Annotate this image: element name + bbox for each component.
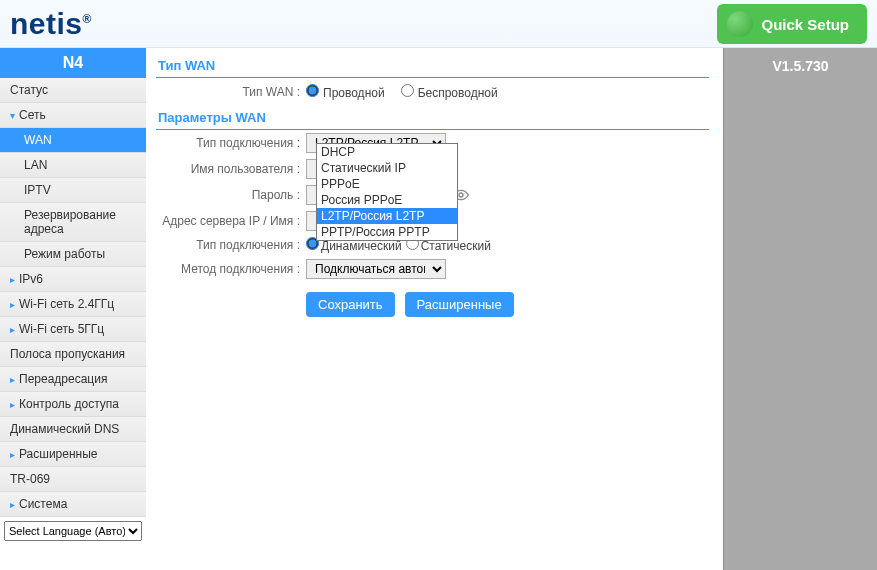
sidebar-item-6[interactable]: Режим работы xyxy=(0,242,146,267)
dropdown-option-0[interactable]: DHCP xyxy=(317,144,457,160)
dropdown-option-3[interactable]: Россия PPPoE xyxy=(317,192,457,208)
radio-wireless[interactable] xyxy=(401,84,414,97)
sidebar-item-10[interactable]: Полоса пропускания xyxy=(0,342,146,367)
sidebar-item-1[interactable]: Сеть xyxy=(0,103,146,128)
save-button[interactable]: Сохранить xyxy=(306,292,395,317)
method-row: Метод подключения : Подключаться автомат… xyxy=(156,256,723,282)
sidebar-item-14[interactable]: Расширенные xyxy=(0,442,146,467)
wan-type-row: Тип WAN : Проводной Беспроводной xyxy=(156,78,723,106)
brand-logo: netis® xyxy=(10,7,92,41)
right-column: V1.5.730 xyxy=(723,48,877,570)
advanced-button[interactable]: Расширенные xyxy=(405,292,514,317)
sidebar-item-16[interactable]: Система xyxy=(0,492,146,517)
svg-point-0 xyxy=(459,193,463,197)
main-panel: Тип WAN Тип WAN : Проводной Беспроводной… xyxy=(146,48,723,570)
sidebar-item-5[interactable]: Резервирование адреса xyxy=(0,203,146,242)
wan-type-label: Тип WAN : xyxy=(156,85,306,99)
top-bar: netis® Quick Setup xyxy=(0,0,877,48)
section-wan-params-title: Параметры WAN xyxy=(156,106,709,130)
dropdown-option-2[interactable]: PPPoE xyxy=(317,176,457,192)
quick-setup-button[interactable]: Quick Setup xyxy=(717,4,867,44)
section-wan-type-title: Тип WAN xyxy=(156,54,709,78)
dropdown-option-4[interactable]: L2TP/Россия L2TP xyxy=(317,208,457,224)
language-select[interactable]: Select Language (Авто) xyxy=(4,521,142,541)
sidebar-item-15[interactable]: TR-069 xyxy=(0,467,146,492)
sidebar-item-11[interactable]: Переадресация xyxy=(0,367,146,392)
sidebar-item-0[interactable]: Статус xyxy=(0,78,146,103)
conn-type-label: Тип подключения : xyxy=(156,136,306,150)
method-select[interactable]: Подключаться автоматич xyxy=(306,259,446,279)
sidebar-item-3[interactable]: LAN xyxy=(0,153,146,178)
method-label: Метод подключения : xyxy=(156,262,306,276)
model-label: N4 xyxy=(0,48,146,78)
password-label: Пароль : xyxy=(156,188,306,202)
version-label: V1.5.730 xyxy=(724,48,877,84)
server-label: Адрес сервера IP / Имя : xyxy=(156,214,306,228)
quick-setup-label: Quick Setup xyxy=(761,16,849,33)
sidebar-item-13[interactable]: Динамический DNS xyxy=(0,417,146,442)
sidebar-item-8[interactable]: Wi-Fi сеть 2.4ГГц xyxy=(0,292,146,317)
radio-wired-label[interactable]: Проводной xyxy=(306,84,385,100)
sidebar-item-9[interactable]: Wi-Fi сеть 5ГГц xyxy=(0,317,146,342)
radio-wired[interactable] xyxy=(306,84,319,97)
sidebar-item-7[interactable]: IPv6 xyxy=(0,267,146,292)
username-label: Имя пользователя : xyxy=(156,162,306,176)
conn-type2-label: Тип подключения : xyxy=(156,238,306,252)
sidebar-item-4[interactable]: IPTV xyxy=(0,178,146,203)
sidebar-item-2[interactable]: WAN xyxy=(0,128,146,153)
button-row: Сохранить Расширенные xyxy=(156,282,723,317)
dropdown-option-5[interactable]: PPTP/Россия PPTP xyxy=(317,224,457,240)
radio-wireless-label[interactable]: Беспроводной xyxy=(401,84,498,100)
sidebar-item-12[interactable]: Контроль доступа xyxy=(0,392,146,417)
conn-type-dropdown[interactable]: DHCPСтатический IPPPPoEРоссия PPPoEL2TP/… xyxy=(316,143,458,241)
dropdown-option-1[interactable]: Статический IP xyxy=(317,160,457,176)
sidebar: N4 СтатусСетьWANLANIPTVРезервирование ад… xyxy=(0,48,146,570)
